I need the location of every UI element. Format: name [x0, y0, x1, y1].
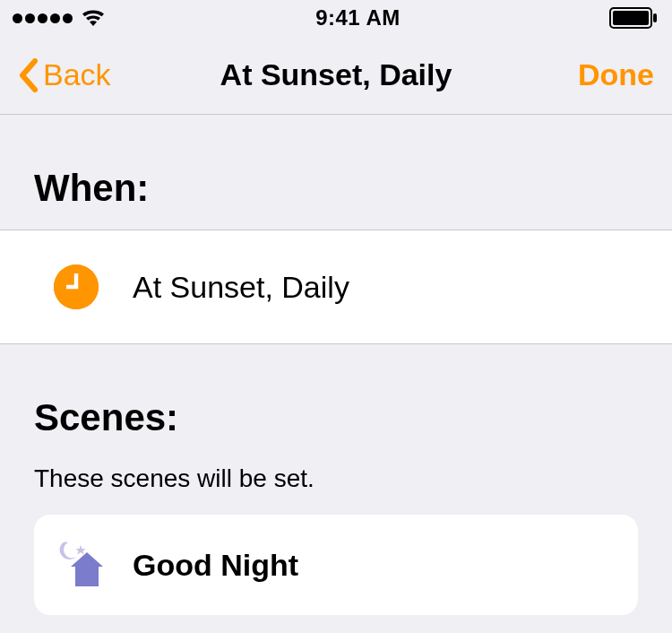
scenes-section: Scenes: These scenes will be set. Good N… [0, 344, 672, 615]
svg-rect-2 [653, 13, 657, 22]
clock-icon [54, 264, 99, 309]
signal-strength-icon [13, 13, 73, 23]
battery-icon [609, 7, 659, 29]
scene-card[interactable]: Good Night [34, 515, 638, 615]
wifi-icon [80, 8, 107, 28]
chevron-left-icon [18, 58, 38, 92]
nav-bar: Back At Sunset, Daily Done [0, 36, 672, 115]
status-bar: 9:41 AM [0, 0, 672, 36]
scenes-heading: Scenes: [0, 344, 672, 459]
done-button[interactable]: Done [578, 57, 654, 92]
scenes-subheading: These scenes will be set. [0, 459, 672, 515]
when-row[interactable]: At Sunset, Daily [0, 230, 672, 344]
status-time: 9:41 AM [315, 5, 401, 30]
back-button[interactable]: Back [18, 57, 111, 92]
back-label: Back [43, 57, 111, 92]
page-title: At Sunset, Daily [220, 57, 452, 92]
when-value: At Sunset, Daily [133, 270, 349, 305]
svg-rect-1 [613, 11, 649, 25]
scene-name: Good Night [133, 548, 298, 583]
when-heading: When: [0, 115, 672, 230]
good-night-icon [56, 540, 109, 590]
status-left [13, 8, 107, 28]
when-section: When: At Sunset, Daily [0, 115, 672, 344]
